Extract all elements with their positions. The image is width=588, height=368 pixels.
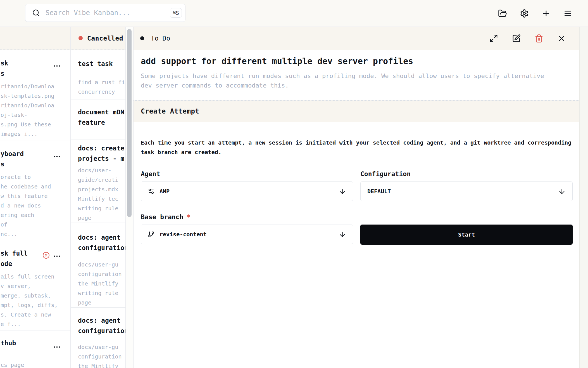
task-card[interactable]: docs: agent configuration docs/user-gu c… (71, 308, 125, 368)
task-card-description: ails full screen v server, merge, subtas… (1, 272, 68, 329)
task-card-description: docs/user-gu configuration the Mintlify … (78, 260, 125, 307)
required-marker: * (187, 213, 191, 221)
task-card[interactable]: docs: create projects - m docs/user- gui… (71, 140, 125, 223)
settings-button[interactable] (520, 9, 529, 18)
git-branch-icon (148, 231, 154, 238)
add-task-button[interactable] (542, 9, 551, 18)
search-input[interactable] (45, 9, 165, 17)
edit-pencil-icon (512, 34, 521, 43)
hamburger-menu-icon (563, 9, 572, 18)
close-icon (557, 34, 566, 43)
expand-task-button[interactable] (489, 34, 498, 43)
kanban-column-cancelled: Cancelled test task find a rust fi concu… (71, 27, 126, 368)
gear-icon (520, 9, 529, 18)
sliders-icon (148, 188, 154, 195)
open-project-button[interactable] (498, 9, 507, 18)
arrow-down-icon (339, 188, 346, 195)
edit-task-button[interactable] (512, 34, 521, 43)
search-icon (32, 9, 40, 17)
task-card[interactable]: test task find a rust fi concurrency (71, 50, 125, 100)
task-card[interactable]: sk full ode ails full screen v server, m… (0, 240, 70, 331)
task-card[interactable]: docs: agent configuration docs/user-gu c… (71, 223, 125, 308)
cancelled-status-icon (42, 252, 50, 259)
column-title: Cancelled (87, 35, 123, 42)
base-branch-value: revise-content (160, 231, 207, 238)
plus-icon (542, 9, 551, 18)
task-card-description: cs page (1, 360, 68, 368)
cancelled-status-dot (78, 36, 83, 40)
ellipsis-icon (53, 252, 61, 260)
base-branch-label: Base branch* (141, 213, 353, 221)
todo-status-dot (140, 36, 144, 40)
task-card[interactable]: document mDN feature (71, 100, 125, 140)
start-button[interactable]: Start (360, 225, 573, 245)
search-shortcut-badge: ⌘S (170, 8, 182, 18)
expand-icon (489, 34, 498, 43)
agent-label: Agent (141, 170, 353, 178)
card-menu-button[interactable] (53, 62, 61, 70)
kanban-column-left: sk s ritannio/Downloa sk-templates.png r… (0, 27, 71, 368)
agent-value: AMP (160, 188, 170, 195)
task-card-title: docs: create projects - m (78, 143, 125, 164)
create-attempt-section-header: Create Attempt (134, 100, 579, 122)
arrow-down-icon (558, 188, 566, 195)
arrow-down-icon (339, 231, 346, 238)
create-attempt-form: Each time you start an attempt, a new se… (134, 138, 579, 245)
task-description: Some projects have different run modes s… (141, 71, 572, 90)
delete-task-button[interactable] (535, 34, 543, 43)
card-menu-button[interactable] (53, 153, 61, 161)
attempt-info-text: Each time you start an attempt, a new se… (141, 138, 573, 157)
task-card[interactable]: sk s ritannio/Downloa sk-templates.png r… (0, 50, 70, 140)
card-menu-button[interactable] (53, 343, 61, 351)
configuration-value: DEFAULT (367, 188, 391, 195)
task-card-description: oracle to he codebase and w this feature… (1, 172, 68, 239)
task-card[interactable]: thub cs page (0, 331, 70, 368)
task-detail-actions (489, 34, 566, 43)
task-card[interactable]: yboard s oracle to he codebase and w thi… (0, 140, 70, 240)
column-left-header (0, 27, 70, 50)
close-panel-button[interactable] (557, 34, 566, 43)
base-branch-select[interactable]: revise-content (141, 225, 353, 244)
ellipsis-icon (53, 62, 61, 70)
trash-icon (535, 34, 543, 43)
ellipsis-icon (53, 153, 61, 161)
configuration-label: Configuration (360, 170, 573, 178)
board-scrollbar[interactable] (126, 27, 133, 368)
create-attempt-title: Create Attempt (141, 107, 199, 115)
task-card-title: docs: agent configuration (78, 315, 125, 336)
task-card-description: docs/user- guide/creati projects.mdx Min… (78, 166, 125, 223)
column-cancelled-header: Cancelled (71, 27, 125, 50)
configuration-select[interactable]: DEFAULT (360, 181, 573, 201)
topbar-actions (498, 0, 572, 27)
task-card-description: find a rust fi concurrency (78, 77, 125, 96)
scrollbar-thumb[interactable] (127, 29, 132, 217)
agent-select[interactable]: AMP (141, 181, 353, 201)
topbar: ⌘S (0, 0, 588, 27)
task-detail-header: To Do (134, 27, 579, 50)
task-card-description: docs/user-gu configuration the Mintlify … (78, 342, 125, 368)
card-menu-button[interactable] (53, 252, 61, 260)
task-card-title: docs: agent configuration (78, 232, 125, 253)
task-card-description: ritannio/Downloa sk-templates.png ritann… (1, 82, 68, 139)
board-area: sk s ritannio/Downloa sk-templates.png r… (0, 27, 588, 368)
base-branch-label-text: Base branch (141, 213, 183, 221)
task-card-title: test task (78, 59, 125, 69)
ellipsis-icon (53, 343, 61, 351)
search-box[interactable]: ⌘S (25, 4, 185, 22)
right-scroll-gutter (579, 27, 588, 368)
task-status-label: To Do (151, 35, 170, 42)
folder-open-icon (498, 9, 507, 18)
task-card-title: document mDN feature (78, 107, 125, 128)
task-detail-panel: To Do add support for different multiple… (133, 27, 580, 368)
task-title: add support for different multiple dev s… (141, 56, 572, 67)
main-menu-button[interactable] (563, 9, 572, 18)
